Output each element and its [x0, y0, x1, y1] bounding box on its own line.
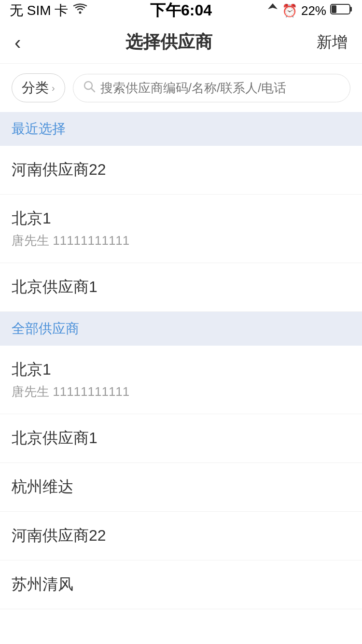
item-name: 苏州清风	[12, 574, 350, 595]
search-box[interactable]	[73, 74, 350, 102]
filter-bar: 分类 ›	[0, 64, 362, 112]
all-section-label: 全部供应商	[12, 321, 79, 336]
recent-section-label: 最近选择	[12, 121, 66, 136]
nav-bar: ‹ 选择供应商 新增	[0, 21, 362, 64]
no-sim-text: 无 SIM 卡	[10, 1, 68, 20]
item-sub: 唐先生 11111111111	[12, 232, 350, 249]
list-item[interactable]: 杭州维达	[0, 463, 362, 512]
list-item[interactable]: 苏州清风	[0, 560, 362, 609]
list-item[interactable]: 北京供应商1	[0, 263, 362, 312]
status-bar: 无 SIM 卡 下午6:04 ⏰ 22%	[0, 0, 362, 21]
recent-items-list: 河南供应商22北京1唐先生 11111111111北京供应商1	[0, 146, 362, 312]
svg-rect-3	[332, 5, 336, 13]
item-name: 北京供应商1	[12, 428, 350, 449]
all-items-list: 北京1唐先生 11111111111北京供应商1杭州维达河南供应商22苏州清风	[0, 346, 362, 609]
add-button[interactable]: 新增	[317, 32, 348, 53]
item-sub: 唐先生 11111111111	[12, 383, 350, 400]
item-name: 杭州维达	[12, 476, 350, 498]
list-item[interactable]: 北京1唐先生 11111111111	[0, 346, 362, 414]
list-item[interactable]: 北京供应商1	[0, 414, 362, 463]
status-right: ⏰ 22%	[267, 3, 352, 19]
item-name: 北京1	[12, 208, 350, 229]
search-input[interactable]	[100, 81, 340, 96]
all-section-header: 全部供应商	[0, 312, 362, 346]
search-icon	[83, 80, 96, 96]
list-item[interactable]: 河南供应商22	[0, 512, 362, 560]
svg-rect-2	[350, 7, 352, 12]
svg-line-5	[91, 88, 95, 92]
status-time: 下午6:04	[150, 0, 212, 21]
wifi-icon	[73, 3, 87, 18]
battery-icon	[330, 3, 352, 18]
list-item[interactable]: 河南供应商22	[0, 146, 362, 195]
svg-point-0	[79, 12, 82, 14]
item-name: 河南供应商22	[12, 159, 350, 181]
item-name: 北京供应商1	[12, 277, 350, 298]
battery-text: 22%	[301, 3, 326, 18]
item-name: 北京1	[12, 359, 350, 380]
item-name: 河南供应商22	[12, 525, 350, 546]
list-item[interactable]: 北京1唐先生 11111111111	[0, 195, 362, 263]
location-icon	[267, 3, 278, 19]
recent-section-header: 最近选择	[0, 112, 362, 146]
chevron-right-icon: ›	[52, 83, 55, 94]
back-button[interactable]: ‹	[14, 33, 21, 52]
category-button[interactable]: 分类 ›	[12, 73, 65, 102]
alarm-icon: ⏰	[282, 3, 297, 18]
page-title: 选择供应商	[125, 30, 212, 54]
status-left: 无 SIM 卡	[10, 1, 87, 20]
category-label: 分类	[22, 79, 49, 97]
